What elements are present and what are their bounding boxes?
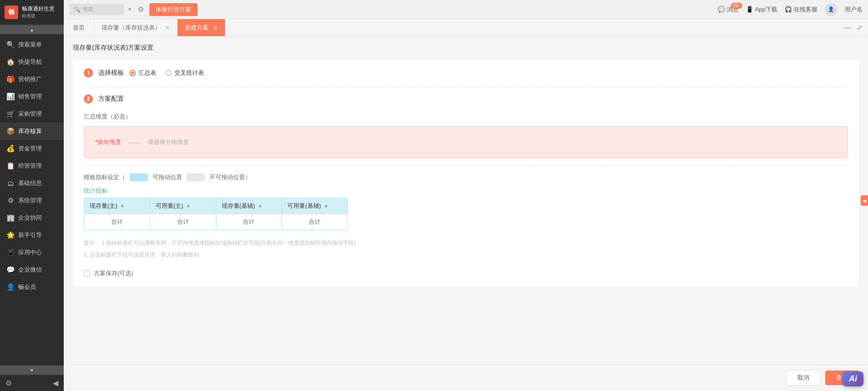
save-option: 方案保存(可选) xyxy=(84,269,848,278)
sidebar-item-system[interactable]: ⚙ 系统管理 xyxy=(0,192,64,209)
col1-chevron-icon: ▼ xyxy=(120,204,125,209)
sidebar-item-label: 营销推广 xyxy=(18,75,42,83)
tab-close-inventory[interactable]: ✕ xyxy=(165,25,170,31)
tab-minimize-icon[interactable]: — xyxy=(842,22,853,34)
topbar-app-download[interactable]: 📱 App下载 xyxy=(746,5,777,14)
divider2 xyxy=(84,165,848,166)
system-icon: ⚙ xyxy=(6,196,15,205)
stats-section-title: 统计指标 xyxy=(84,187,848,195)
action-bar: 取消 查询 xyxy=(64,364,868,391)
ai-badge[interactable]: Ai xyxy=(842,371,863,386)
sidebar-item-label: 畅会员 xyxy=(18,283,36,291)
sidebar-item-operation[interactable]: 📋 经营管理 xyxy=(0,157,64,175)
sidebar-scroll-up[interactable]: ▲ xyxy=(0,25,64,34)
finance-icon: 💰 xyxy=(6,144,15,153)
stats-header-col4[interactable]: 可用量(基辅) ▼ xyxy=(282,198,347,214)
guide-icon: 🌟 xyxy=(6,231,15,239)
cancel-button[interactable]: 取消 xyxy=(786,370,821,386)
tab-new-scheme-label: 新建方案 xyxy=(185,24,209,32)
divider1 xyxy=(84,87,848,87)
stats-header-col1[interactable]: 现存量(主) ▼ xyxy=(84,198,150,214)
sidebar-item-basic-info[interactable]: 🗂 基础信息 xyxy=(0,175,64,192)
topbar-service[interactable]: 🎧 在线客服 xyxy=(785,5,817,14)
wechat-icon: 💬 xyxy=(6,266,15,274)
step1-label: 选择模板 xyxy=(98,69,124,77)
radio-cross-dot xyxy=(165,70,172,76)
member-icon: 👤 xyxy=(6,283,15,291)
vertical-dim-placeholder: 请选择分组维度 xyxy=(148,138,189,146)
step1-badge: 1 xyxy=(84,68,93,77)
stats-table: 现存量(主) ▼ 可用量(主) ▼ 现存量(基辅) ▼ 可用量(基辅) ▼ xyxy=(84,198,348,230)
sidebar-item-enterprise[interactable]: 🏢 企业协同 xyxy=(0,209,64,226)
sidebar-item-member[interactable]: 👤 畅会员 xyxy=(0,278,64,296)
summary-dim-label: 汇总维度（必选） xyxy=(84,113,848,121)
sidebar-item-sales[interactable]: 📊 销售管理 xyxy=(0,88,64,105)
step2-label: 方案配置 xyxy=(98,95,124,103)
service-icon: 🎧 xyxy=(785,6,792,13)
sidebar-item-search-menu[interactable]: 🔍 搜索菜单 xyxy=(0,36,64,53)
search-icon: 🔍 xyxy=(74,6,81,13)
tab-new-scheme[interactable]: 新建方案 ✕ xyxy=(178,19,225,36)
sidebar-item-guide[interactable]: 🌟 新手引导 xyxy=(0,226,64,244)
sidebar-item-finance[interactable]: 💰 资金管理 xyxy=(0,140,64,157)
save-checkbox[interactable] xyxy=(84,270,90,277)
sidebar-item-wechat[interactable]: 💬 企业微信 xyxy=(0,261,64,278)
sidebar-item-quick-nav[interactable]: 🏠 快捷导航 xyxy=(0,53,64,71)
sidebar-item-inventory[interactable]: 📦 库存核算 xyxy=(0,123,64,140)
tab-maximize-icon[interactable]: ⤢ xyxy=(855,21,864,34)
stats-header-col3[interactable]: 现存量(基辅) ▼ xyxy=(216,198,282,214)
topbar-search[interactable]: 🔍 搜索 xyxy=(69,4,124,15)
non-draggable-label: 不可拖动位置） xyxy=(209,173,251,181)
topbar-dropdown-icon[interactable]: ▼ xyxy=(128,7,132,12)
basic-info-icon: 🗂 xyxy=(6,179,15,187)
tip-1: 提示： 1.拖动标题栏可以调整布局，不可跨维度或指标区域拖动栏目字段(只能在同一… xyxy=(84,237,848,248)
sidebar-item-label: 基础信息 xyxy=(18,179,42,187)
radio-summary[interactable]: 汇总表 xyxy=(129,69,156,77)
settings-icon[interactable]: ⚙ xyxy=(5,379,12,387)
sidebar-bottom: ⚙ ◀ xyxy=(0,375,64,391)
sidebar-item-marketing[interactable]: 🎁 营销推广 xyxy=(0,71,64,88)
sidebar-item-app-center[interactable]: 📱 应用中心 xyxy=(0,244,64,261)
radio-cross[interactable]: 交叉统计表 xyxy=(165,69,204,77)
right-edge-hint[interactable]: ◀ xyxy=(861,195,868,206)
topbar-gear-icon[interactable]: ⚙ xyxy=(138,5,144,14)
sidebar-item-label: 资金管理 xyxy=(18,144,42,153)
collapse-icon[interactable]: ◀ xyxy=(53,379,58,387)
tip-2: 2. 点击标题栏下拉可设置排序、插入列和删除列 xyxy=(84,249,848,260)
content-area: 现存量(库存状况表)方案设置 1 选择模板 汇总表 交叉统计表 xyxy=(64,36,868,364)
radio-summary-dot xyxy=(129,70,136,76)
step1-row: 1 选择模板 汇总表 交叉统计表 xyxy=(84,68,848,77)
tip-area: 提示： 1.拖动标题栏可以调整布局，不可跨维度或指标区域拖动栏目字段(只能在同一… xyxy=(84,237,848,260)
app-center-icon: 📱 xyxy=(6,248,15,257)
topbar-message[interactable]: 💬 消息 99+ xyxy=(718,5,739,14)
stats-body-col1: 合计 xyxy=(84,214,150,230)
topbar: 🔍 搜索 ▼ ⚙ 体验行业方案 💬 消息 99+ 📱 App下载 🎧 在线客服 … xyxy=(64,0,868,19)
page-title: 现存量(库存状况表)方案设置 xyxy=(73,44,859,52)
col2-chevron-icon: ▼ xyxy=(186,204,190,209)
sidebar-item-label: 应用中心 xyxy=(18,248,42,257)
sidebar-item-label: 系统管理 xyxy=(18,196,42,205)
inventory-icon: 📦 xyxy=(6,127,15,135)
col3-chevron-icon: ▼ xyxy=(258,204,262,209)
col4-chevron-icon: ▼ xyxy=(324,204,328,209)
marketing-icon: 🎁 xyxy=(6,75,15,83)
sidebar-scroll-down[interactable]: ▼ xyxy=(0,365,64,375)
tab-controls: — ⤢ xyxy=(842,21,868,34)
logo-text: 畅康通好生意 标准版 xyxy=(22,5,55,19)
stats-header-col2[interactable]: 可用量(主) ▼ xyxy=(150,198,216,214)
step2-badge: 2 xyxy=(84,94,93,103)
step2-row: 2 方案配置 xyxy=(84,94,848,103)
quick-nav-icon: 🏠 xyxy=(6,58,15,66)
trial-industry-button[interactable]: 体验行业方案 xyxy=(149,3,198,16)
sidebar-item-purchase[interactable]: 🛒 采购管理 xyxy=(0,105,64,123)
user-avatar[interactable]: 👤 xyxy=(825,3,837,16)
tab-home[interactable]: 首页 xyxy=(64,19,94,36)
tab-close-new-scheme[interactable]: ✕ xyxy=(213,25,218,31)
tab-inventory-status[interactable]: 现存量（库存状况表） ✕ xyxy=(94,19,178,36)
search-menu-icon: 🔍 xyxy=(6,41,15,49)
sidebar-item-label: 搜索菜单 xyxy=(18,41,42,49)
sidebar-nav: 🔍 搜索菜单 🏠 快捷导航 🎁 营销推广 📊 销售管理 🛒 采购管理 📦 库存核… xyxy=(0,34,64,365)
sidebar-item-label: 企业微信 xyxy=(18,266,42,274)
tab-inventory-status-label: 现存量（库存状况表） xyxy=(102,24,161,32)
dimension-area[interactable]: *纵向维度 —— 请选择分组维度 xyxy=(84,126,848,158)
